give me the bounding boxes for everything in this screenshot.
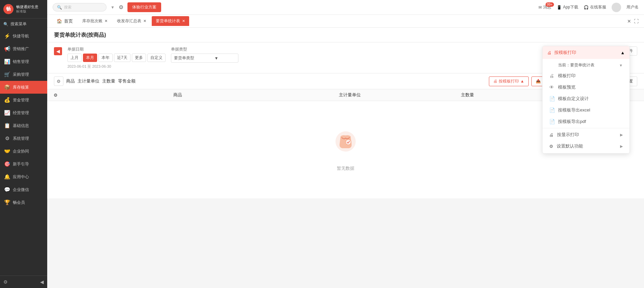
trial-button[interactable]: 体验行业方案	[127, 2, 161, 12]
window-maximize-btn[interactable]: ⛶	[634, 19, 639, 24]
nav-label: 企业微信	[13, 187, 29, 193]
dropdown-item-template-preview[interactable]: 👁 模板预览	[543, 82, 630, 93]
qty-col-label: 主数量	[102, 78, 115, 84]
th-product: 商品	[64, 92, 291, 98]
header-dropdown-icon[interactable]: ▼	[111, 5, 115, 10]
dropdown-item-default-function[interactable]: ⚙ 设置默认功能 ▶	[543, 140, 630, 152]
sidebar-item-marketing[interactable]: 📢 营销推广	[0, 42, 47, 55]
sales-icon: 📊	[4, 59, 10, 65]
tab-order-summary-label: 要货单统计表	[156, 18, 180, 24]
template-pdf-label: 按模板导出pdf	[558, 119, 586, 125]
default-function-label: 设置默认功能	[557, 143, 583, 149]
tab-receipts-close[interactable]: ✕	[143, 19, 146, 23]
print-up-arrow: ▲	[520, 79, 524, 84]
unit-col-label: 主计量单位	[78, 78, 99, 84]
sidebar-item-collab[interactable]: 🤝 企业协同	[0, 145, 47, 158]
tab-receipts-summary[interactable]: 收发存汇总表 ✕	[113, 16, 150, 26]
page-title: 要货单统计表(按商品)	[54, 32, 637, 42]
headset-icon: 🎧	[584, 5, 589, 10]
online-service-label: 在线客服	[590, 4, 606, 10]
sidebar-search[interactable]: 🔍 搜索菜单	[0, 19, 47, 30]
sidebar-item-appstore[interactable]: 🔔 应用中心	[0, 170, 47, 183]
sidebar-item-basic[interactable]: 📋 基础信息	[0, 119, 47, 132]
header-search-icon: 🔍	[57, 5, 62, 10]
type-select-value: 要货单类型	[174, 55, 194, 61]
template-excel-label: 按模板导出excel	[558, 107, 590, 113]
date-btn-more[interactable]: 更多	[132, 54, 146, 62]
tab-inventory-batch[interactable]: 库存批次账 ✕	[78, 16, 112, 26]
nav-label: 应用中心	[13, 174, 29, 180]
header-settings-icon[interactable]: ⚙	[119, 4, 123, 10]
type-filter-label: 单据类型	[171, 46, 238, 52]
current-template-item[interactable]: 当前：要货单统计表 ▼	[543, 60, 630, 70]
tab-order-close[interactable]: ✕	[182, 19, 185, 23]
nav-label: 系统管理	[13, 136, 29, 141]
print-label: 按模板打印	[499, 78, 519, 84]
download-icon: 📱	[557, 5, 562, 10]
collapse-footer-btn[interactable]: ◀	[40, 279, 44, 285]
dropdown-header[interactable]: 🖨 按模板打印 ▲	[543, 46, 630, 59]
message-btn[interactable]: ✉ 消息 99+	[538, 4, 551, 10]
sidebar-item-sales[interactable]: 📊 销售管理	[0, 55, 47, 68]
logo-text-block: 畅捷通好生意 标准版	[16, 4, 38, 14]
template-design-icon: 📄	[549, 96, 555, 101]
tab-order-summary[interactable]: 要货单统计表 ✕	[152, 16, 189, 26]
nav-label: 基础信息	[13, 123, 29, 129]
default-function-left: ⚙ 设置默认功能	[549, 143, 583, 149]
template-design-label: 模板自定义设计	[558, 96, 589, 102]
export-icon: 📤	[536, 79, 541, 84]
sidebar-item-member[interactable]: 🏆 畅会员	[0, 196, 47, 209]
header-search-box[interactable]: 🔍 搜索	[53, 3, 107, 11]
date-btn-this-month[interactable]: 本月	[83, 54, 97, 62]
date-btn-last7[interactable]: 近7天	[114, 54, 130, 62]
sidebar-item-operation[interactable]: 📈 经营管理	[0, 106, 47, 119]
settings-footer-btn[interactable]: ⚙	[3, 279, 8, 285]
app-download-label: App下载	[563, 4, 578, 10]
type-select[interactable]: 要货单类型 ▼	[171, 54, 238, 63]
basic-icon: 📋	[4, 123, 10, 129]
marketing-icon: 📢	[4, 46, 10, 52]
column-settings-btn[interactable]: ⚙	[54, 76, 63, 86]
window-close-btn[interactable]: ✕	[627, 19, 631, 24]
dropdown-item-display-print[interactable]: 🖨 按显示打印 ▶	[543, 129, 630, 140]
tab-home-label: 首页	[64, 18, 73, 24]
dropdown-title: 按模板打印	[554, 50, 576, 56]
date-btn-custom[interactable]: 自定义	[147, 54, 166, 62]
dropdown-item-template-excel[interactable]: 📄 按模板导出excel	[543, 104, 630, 116]
default-function-arrow: ▶	[620, 144, 623, 149]
print-btn[interactable]: 🖨 按模板打印 ▲	[489, 76, 529, 86]
dropdown-item-template-design[interactable]: 📄 模板自定义设计	[543, 93, 630, 104]
sidebar-item-guide[interactable]: 🎯 新手引导	[0, 158, 47, 170]
display-print-left: 🖨 按显示打印	[549, 132, 579, 138]
sidebar-item-inventory[interactable]: 📦 库存核算	[0, 81, 47, 94]
quick-nav-icon: ⚡	[4, 33, 10, 39]
user-avatar[interactable]	[612, 3, 621, 12]
date-btn-this-year[interactable]: 本年	[98, 54, 113, 62]
online-service-btn[interactable]: 🎧 在线客服	[584, 4, 606, 10]
nav-label: 营销推广	[13, 46, 29, 52]
message-badge: 99+	[546, 2, 554, 7]
sidebar-item-wecom[interactable]: 💬 企业微信	[0, 183, 47, 196]
logo-icon: 畅	[3, 4, 13, 14]
dropdown-item-template-pdf[interactable]: 📄 按模板导出pdf	[543, 116, 630, 127]
tab-inventory-batch-label: 库存批次账	[82, 18, 103, 24]
svg-point-1	[346, 139, 351, 145]
tab-receipts-summary-label: 收发存汇总表	[117, 18, 141, 24]
tab-inventory-batch-close[interactable]: ✕	[105, 19, 108, 23]
app-download-btn[interactable]: 📱 App下载	[557, 4, 578, 10]
dropdown-item-template-print[interactable]: 🖨 模板打印	[543, 70, 630, 82]
retail-col-label: 零售金额	[118, 78, 136, 84]
sidebar: 畅 畅捷通好生意 标准版 🔍 搜索菜单 ⚡ 快捷导航 📢 营销推广 📊 销售管理…	[0, 0, 47, 288]
filter-toggle-button[interactable]: ◀	[54, 47, 62, 55]
empty-text: 暂无数据	[337, 165, 354, 171]
date-range-text: 2023-06-01 至 2023-06-30	[67, 64, 166, 69]
sidebar-item-quick-nav[interactable]: ⚡ 快捷导航	[0, 30, 47, 42]
th-settings[interactable]: ⚙	[47, 93, 64, 98]
tab-home[interactable]: 🏠 首页	[53, 16, 77, 26]
logo-subtitle: 标准版	[16, 9, 38, 14]
date-btn-prev-month[interactable]: 上月	[67, 54, 82, 62]
sidebar-item-finance[interactable]: 💰 资金管理	[0, 94, 47, 106]
sidebar-item-purchase[interactable]: 🛒 采购管理	[0, 68, 47, 81]
sidebar-item-system[interactable]: ⚙ 系统管理	[0, 132, 47, 145]
nav-label: 经营管理	[13, 110, 29, 116]
